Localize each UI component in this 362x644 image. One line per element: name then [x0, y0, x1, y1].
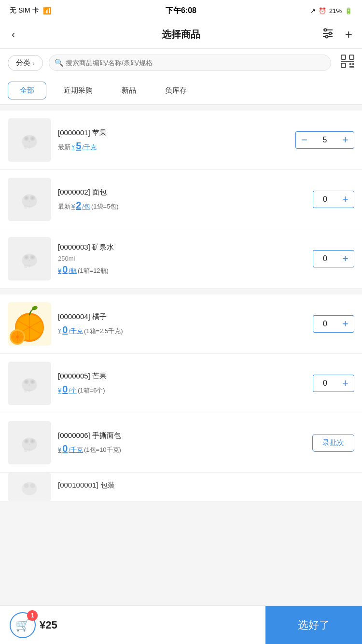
product-list: 智十 [0000001] 苹果 最新 ¥ 5 /千克 − + [0, 111, 362, 502]
product-name: [0000004] 橘子 [58, 312, 306, 322]
svg-text:智十: 智十 [24, 205, 31, 209]
owl-logo-icon: 智十 [17, 247, 42, 271]
category-button[interactable]: 分类 › [8, 55, 43, 71]
svg-point-17 [31, 137, 34, 140]
svg-rect-10 [349, 63, 351, 65]
price-line: 最新 ¥ 5 /千克 [58, 140, 289, 152]
quantity-control: + [313, 315, 354, 333]
product-info: [0000001] 苹果 最新 ¥ 5 /千克 [58, 128, 289, 152]
product-name: [000100001] 包装 [58, 481, 354, 490]
quantity-increase-button[interactable]: + [337, 131, 354, 149]
price-label: 最新 [58, 143, 70, 152]
batch-button[interactable]: 录批次 [312, 434, 354, 452]
bottom-bar: 🛒 1 ¥25 选好了 [0, 605, 362, 644]
owl-logo-icon: 智十 [17, 371, 42, 395]
confirm-button[interactable]: 选好了 [265, 606, 362, 644]
svg-point-4 [329, 32, 331, 35]
price-line: ¥ 0 /千克 (1箱=2.5千克) [58, 324, 306, 336]
price-currency: ¥ [58, 387, 61, 394]
svg-point-63 [30, 483, 35, 488]
svg-rect-6 [341, 55, 346, 59]
product-thumbnail: 智十 [8, 362, 51, 405]
list-item: 智十 [0000003] 矿泉水 250ml ¥ 0 /瓶 (1箱=12瓶) + [0, 229, 362, 289]
price-unit: /个 [69, 386, 77, 395]
status-left: 无 SIM 卡 📶 [10, 6, 51, 15]
quantity-increase-button[interactable]: + [337, 250, 354, 267]
quantity-increase-button[interactable]: + [337, 191, 354, 208]
quantity-decrease-button[interactable]: − [295, 131, 313, 149]
price-line: ¥ 0 /个 (1箱=6个) [58, 384, 306, 395]
back-button[interactable]: ‹ [10, 27, 17, 43]
price-currency: ¥ [58, 267, 61, 274]
price-currency: ¥ [71, 143, 75, 151]
search-wrap: 🔍 [49, 55, 331, 71]
tab-negative-label: 负库存 [165, 86, 187, 94]
price-unit: /千克 [69, 446, 83, 454]
price-extra: (1包=10千克) [84, 446, 121, 454]
cart-icon: 🛒 [15, 618, 30, 632]
tab-negative[interactable]: 负库存 [153, 82, 198, 99]
cart-badge: 1 [27, 610, 38, 621]
price-unit: /千克 [69, 327, 83, 336]
list-item: 智十 [0000002] 面包 最新 ¥ 2 /包 (1袋=5包) + [0, 170, 362, 229]
price-number: 0 [62, 324, 68, 336]
price-unit: /千克 [82, 143, 97, 152]
svg-point-58 [31, 440, 34, 442]
price-number: 2 [76, 200, 81, 211]
add-icon[interactable]: + [345, 27, 352, 42]
list-item: 智十 [0000005] 芒果 ¥ 0 /个 (1箱=6个) + [0, 354, 362, 413]
svg-point-30 [25, 256, 28, 258]
quantity-input[interactable] [313, 315, 337, 333]
tab-all-label: 全部 [20, 86, 34, 94]
product-info: [0000004] 橘子 ¥ 0 /千克 (1箱=2.5千克) [58, 312, 306, 336]
filter-icon[interactable] [322, 28, 334, 41]
price-unit: /瓶 [69, 266, 77, 275]
price-number: 0 [62, 384, 68, 395]
tab-all[interactable]: 全部 [8, 82, 46, 99]
price-number: 0 [62, 264, 68, 275]
cart-total-price: ¥25 [40, 619, 57, 631]
status-time: 下午6:08 [166, 6, 196, 16]
quantity-control: + [313, 191, 354, 208]
svg-text:智十: 智十 [24, 448, 31, 452]
tab-new-label: 新品 [122, 86, 136, 94]
quantity-input[interactable] [313, 191, 337, 208]
quantity-input[interactable] [313, 250, 337, 267]
carrier-text: 无 SIM 卡 [10, 6, 39, 15]
tab-new[interactable]: 新品 [110, 82, 148, 99]
svg-point-31 [31, 256, 34, 258]
location-icon: ↗ [310, 7, 316, 14]
cart-section: 🛒 1 ¥25 [0, 612, 265, 638]
section-gap [0, 289, 362, 294]
filter-row: 分类 › 🔍 [0, 49, 362, 77]
list-item: 智十 [0000006] 手撕面包 ¥ 0 /千克 (1包=10千克) 录批次 [0, 413, 362, 473]
quantity-increase-button[interactable]: + [337, 375, 354, 392]
page-title: 选择商品 [162, 28, 200, 41]
product-info: [0000005] 芒果 ¥ 0 /个 (1箱=6个) [58, 372, 306, 395]
svg-rect-11 [352, 63, 354, 65]
quantity-increase-button[interactable]: + [337, 315, 354, 333]
price-extra: (1箱=12瓶) [78, 266, 109, 275]
scan-icon[interactable] [341, 55, 354, 71]
price-extra: (1袋=5包) [91, 202, 119, 211]
cart-icon-button[interactable]: 🛒 1 [10, 612, 36, 638]
tab-recent[interactable]: 近期采购 [52, 82, 104, 99]
price-number: 5 [76, 140, 81, 152]
svg-rect-12 [349, 66, 354, 68]
status-bar: 无 SIM 卡 📶 下午6:08 ↗ ⏰ 21% 🔋 [0, 0, 362, 21]
svg-point-3 [324, 29, 326, 31]
quantity-input[interactable] [313, 375, 337, 392]
quantity-input[interactable] [313, 131, 337, 149]
tab-bar: 全部 近期采购 新品 负库存 [0, 77, 362, 105]
price-extra: (1箱=6个) [78, 386, 105, 395]
product-info: [0000006] 手撕面包 ¥ 0 /千克 (1包=10千克) [58, 431, 306, 454]
svg-rect-8 [349, 55, 354, 59]
svg-text:智十: 智十 [24, 264, 31, 268]
status-right: ↗ ⏰ 21% 🔋 [310, 7, 352, 14]
product-thumbnail: 智十 [8, 118, 51, 162]
search-input[interactable] [49, 55, 331, 71]
list-item: 智十 [0000001] 苹果 最新 ¥ 5 /千克 − + [0, 111, 362, 170]
search-icon: 🔍 [55, 58, 64, 67]
product-name: [0000001] 苹果 [58, 128, 289, 138]
price-currency: ¥ [58, 327, 61, 335]
